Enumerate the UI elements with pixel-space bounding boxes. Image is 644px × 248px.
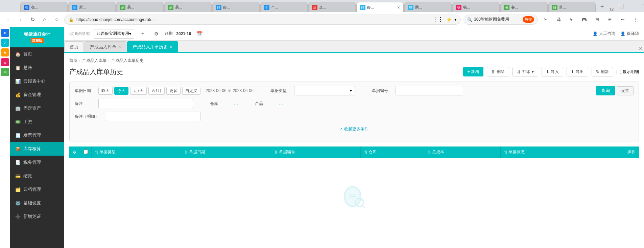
calendar-icon[interactable]: 📅 bbox=[194, 29, 205, 39]
scissors-icon[interactable]: ✂ bbox=[541, 15, 551, 25]
translate-icon[interactable]: 译 bbox=[553, 15, 564, 25]
sidebar-logo[interactable]: 畅捷通好会计 旗舰版 bbox=[10, 27, 64, 47]
game-icon[interactable]: 🎮 bbox=[579, 15, 589, 25]
product-dots[interactable]: ... bbox=[279, 100, 283, 107]
human-service-btn[interactable]: 👤 人工咨询 bbox=[593, 31, 615, 37]
url-bar[interactable]: 🔒 https://cloud.chanjet.com/accounting/u… bbox=[64, 15, 461, 25]
th-checkbox[interactable] bbox=[80, 146, 92, 158]
th-number-sort-icon[interactable]: ⇅ bbox=[275, 150, 278, 155]
date-yesterday[interactable]: 昨天 bbox=[98, 87, 113, 95]
browser-tab-t9[interactable]: 腾 腾... bbox=[404, 2, 452, 12]
browser-tab-t11[interactable]: 各 各... bbox=[500, 2, 548, 12]
window-minimize-icon[interactable]: — bbox=[627, 1, 638, 12]
dock-item-4[interactable]: ✉ bbox=[1, 68, 9, 76]
show-detail-checkbox[interactable] bbox=[617, 70, 621, 74]
browser-tab-t2[interactable]: 新 新... bbox=[68, 2, 116, 12]
history-tab-close[interactable]: × bbox=[169, 44, 172, 50]
breadcrumb-list[interactable]: 产成品入库单 bbox=[82, 58, 106, 64]
dock-item-2[interactable]: ★ bbox=[1, 48, 9, 57]
browser-tab-t10[interactable]: 畅 畅... bbox=[452, 2, 500, 12]
page-tab-home[interactable]: 首页 bbox=[64, 41, 84, 52]
browser-tab-t4[interactable]: 易 易... bbox=[164, 2, 212, 12]
type-select[interactable]: ▾ bbox=[294, 86, 355, 95]
add-btn[interactable]: + 新增 bbox=[463, 67, 483, 76]
date-more[interactable]: 更多 bbox=[166, 87, 181, 95]
sidebar-item-checkout[interactable]: 💳 结账 bbox=[10, 169, 64, 183]
sidebar-item-tax[interactable]: 📑 税务管理 bbox=[10, 156, 64, 169]
warehouse-dots[interactable]: ... bbox=[234, 100, 238, 107]
query-btn[interactable]: 查询 bbox=[596, 86, 615, 95]
sidebar-item-archive[interactable]: 🗂️ 归档管理 bbox=[10, 183, 64, 196]
breadcrumb-home[interactable]: 首页 bbox=[69, 58, 77, 64]
currency-icon[interactable]: ¥ bbox=[566, 15, 576, 25]
browser-tab-t8[interactable]: 好 好... × bbox=[356, 2, 404, 12]
date-today[interactable]: 今天 bbox=[114, 87, 128, 95]
date-7days[interactable]: 近7天 bbox=[130, 87, 147, 95]
export-btn[interactable]: ⬆ 导出 bbox=[567, 67, 588, 76]
display-icon[interactable]: ☀ bbox=[605, 15, 615, 25]
sidebar-item-home[interactable]: 🏠 首页 bbox=[10, 47, 64, 61]
import-btn[interactable]: ⬇ 导入 bbox=[542, 67, 563, 76]
sidebar-item-cloud-report[interactable]: 📊 云报表中心 bbox=[10, 74, 64, 88]
sidebar-item-inventory[interactable]: 📦 库存核算 bbox=[10, 142, 64, 156]
print-btn[interactable]: 🖨 打印 ▾ bbox=[512, 67, 538, 76]
th-cost-sort-icon[interactable]: ⇅ bbox=[428, 150, 431, 155]
browser-tab-t12[interactable]: 目 目... bbox=[548, 2, 596, 12]
th-warehouse-sort-icon[interactable]: ⇅ bbox=[364, 150, 367, 155]
reload-button[interactable]: ↻ bbox=[28, 15, 37, 24]
sidebar-item-new-voucher[interactable]: ➕ 新增凭证 bbox=[10, 210, 64, 223]
delete-btn[interactable]: 🗑 删除 bbox=[487, 67, 509, 76]
date-1month[interactable]: 近1月 bbox=[148, 87, 165, 95]
th-status-sort-icon[interactable]: ⇅ bbox=[504, 150, 507, 155]
th-type-sort-icon[interactable]: ⇅ bbox=[95, 150, 98, 155]
sidebar-item-fixed-assets[interactable]: 🏢 固定资产 bbox=[10, 102, 64, 115]
panel-close-btn[interactable]: × bbox=[639, 45, 642, 52]
remark-input[interactable] bbox=[98, 99, 193, 108]
sidebar-item-invoice[interactable]: 🧾 发票管理 bbox=[10, 129, 64, 142]
dock-item-3[interactable]: w bbox=[1, 58, 9, 66]
list-tab-close[interactable]: × bbox=[118, 44, 121, 50]
new-tab-button[interactable]: + bbox=[597, 2, 607, 12]
sidebar-item-basic-settings[interactable]: ⚙️ 基础设置 bbox=[10, 196, 64, 210]
tab-close[interactable]: × bbox=[397, 5, 400, 10]
grid-icon[interactable]: ⊞ bbox=[592, 15, 602, 25]
company-selector[interactable]: 江西服宝测试专用 ▾ bbox=[94, 29, 134, 39]
bookmark-button[interactable]: ☆ bbox=[52, 15, 62, 24]
set-btn[interactable]: 设置 bbox=[617, 86, 634, 95]
page-tab-history[interactable]: 产成品入库单历史 × bbox=[127, 41, 178, 52]
search-bar[interactable]: 🔍 360智能抠图免费用 热搜 bbox=[463, 15, 538, 25]
back-button[interactable]: ‹ bbox=[3, 15, 13, 24]
browser-tab-t3[interactable]: 易 易... bbox=[116, 2, 164, 12]
number-input[interactable] bbox=[396, 86, 463, 95]
detail-remark-input[interactable] bbox=[106, 112, 200, 121]
browser-tab-t1[interactable]: 在 在... bbox=[20, 2, 68, 12]
browser-tab-t5[interactable]: 好 好... bbox=[212, 2, 260, 12]
browser-tab-t7[interactable]: 企 企... bbox=[308, 2, 356, 12]
date-custom[interactable]: 自定义 bbox=[182, 87, 200, 95]
sidebar-item-payroll[interactable]: 💵 工资 bbox=[10, 115, 64, 129]
settings-btn[interactable]: ⚙ bbox=[151, 29, 161, 39]
collapse-bar[interactable]: ∧ 收起更多条件 bbox=[75, 125, 634, 134]
browser-tab-t6[interactable]: 个 个... bbox=[260, 2, 308, 12]
add-company-btn[interactable]: + bbox=[138, 29, 148, 39]
window-restore-icon[interactable]: ⬜ bbox=[616, 1, 626, 12]
dropdown-arrow[interactable]: ▾ bbox=[454, 17, 456, 22]
th-date-sort-icon[interactable]: ⇅ bbox=[185, 150, 188, 155]
dock-item-1[interactable]: ✓ bbox=[1, 39, 9, 47]
show-detail-label[interactable]: 显示明细 bbox=[617, 69, 639, 75]
user-btn[interactable]: 👤 徐泽华 bbox=[620, 31, 639, 37]
sidebar-item-fund[interactable]: 💰 资金管理 bbox=[10, 88, 64, 102]
select-all-checkbox[interactable] bbox=[84, 150, 88, 154]
sidebar-item-ledger[interactable]: 📋 总账 bbox=[10, 61, 64, 74]
refresh-btn[interactable]: ↻ 刷新 bbox=[592, 67, 613, 76]
undo-icon[interactable]: ↩ bbox=[618, 15, 628, 25]
lightning-icon[interactable]: ⚡ bbox=[446, 17, 452, 22]
forward-button[interactable]: › bbox=[16, 15, 25, 24]
window-maximize-icon[interactable]: ❐ bbox=[639, 1, 644, 12]
page-tab-list[interactable]: 产成品入库单 × bbox=[85, 41, 126, 52]
home-button[interactable]: ⌂ bbox=[40, 15, 49, 24]
settings-icon[interactable]: ⋮ bbox=[630, 15, 641, 25]
th-settings[interactable]: ⚙ bbox=[69, 146, 80, 158]
apps-icon[interactable]: ⋮⋮ bbox=[432, 16, 443, 23]
dock-item-360[interactable]: e bbox=[1, 29, 9, 37]
